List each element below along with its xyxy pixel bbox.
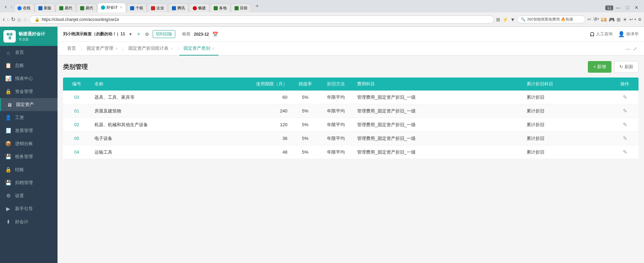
action-cell[interactable]: ✎ [611, 145, 639, 159]
tab-label: 新版 [44, 5, 51, 11]
sidebar-item-label: 税务管理 [15, 154, 33, 160]
browser-tab-8[interactable]: 腾讯 [168, 3, 189, 12]
grid-btn[interactable]: ⊞ [617, 17, 621, 22]
table-cell[interactable]: 05 [63, 132, 90, 145]
address-input-container[interactable]: 🔒 https://cloud.chanjet.com/accounting/u… [29, 15, 494, 24]
menu-btn[interactable]: ≡ [638, 16, 641, 23]
sidebar-item-more[interactable]: ⬇ 好会计 [0, 215, 58, 228]
reload-btn[interactable]: ↻ [11, 16, 15, 23]
bookmark-btn[interactable]: ☆ [23, 16, 27, 23]
dropdown-arrow[interactable]: ▼ [128, 32, 132, 37]
switch-version-btn[interactable]: 切到旧版 [153, 30, 175, 38]
browser-tab-10[interactable]: 各地 [210, 3, 230, 12]
table-cell: 36 [247, 132, 291, 145]
user-avatar[interactable]: 👤 徐泽华 [618, 31, 639, 37]
browser-tab-2[interactable]: 新版 [35, 3, 55, 12]
tab-depreciation-table[interactable]: 固定资产折旧统计表 × [124, 42, 177, 56]
forward-btn[interactable]: › [7, 16, 9, 23]
sidebar-item-purchase[interactable]: 📦 进销台账 [0, 137, 58, 150]
currency-btn[interactable]: 💴 [601, 17, 607, 22]
site-settings-btn[interactable]: ⊞ [496, 17, 500, 22]
table-cell: 60 [247, 91, 291, 104]
sidebar-item-reports[interactable]: 📊 报表中心 [0, 72, 58, 85]
col-header-method: 折旧方法 [319, 77, 353, 91]
browser-tab-6[interactable]: 个税 [126, 3, 147, 12]
col-header-code: 编号 [63, 77, 90, 91]
browser-tab-5-active[interactable]: 好会计 × [97, 3, 126, 12]
guide-icon: ▶ [5, 206, 12, 212]
search-box[interactable]: 🔍 360智能抠图免费用 🔥热搜 [517, 15, 585, 23]
calendar-icon[interactable]: 📅 [212, 32, 218, 37]
nav-back[interactable]: ‹ [3, 3, 9, 12]
browser-tab-1[interactable]: 在线 [14, 3, 34, 12]
sidebar-item-funds[interactable]: 🔒 资金管理 [0, 85, 58, 98]
table-cell[interactable]: 02 [63, 118, 90, 132]
minimize-btn[interactable]: — [613, 4, 623, 11]
new-tab-btn[interactable]: ＋ [252, 1, 263, 11]
tab-fixed-category-close[interactable]: × [212, 46, 214, 50]
tab-home[interactable]: 首页 [63, 42, 80, 56]
sidebar-item-salary[interactable]: 👤 工资 [0, 111, 58, 124]
logo-sub-text: 专业版 [18, 37, 45, 42]
action-cell[interactable]: ✎ [611, 118, 639, 132]
undo-btn[interactable]: ↩ • [629, 17, 636, 22]
tab-separator-3: | [177, 46, 179, 51]
table-cell: 累计折旧 [522, 104, 611, 118]
browser-tab-4[interactable]: 易代 [76, 3, 97, 12]
sidebar-item-tax[interactable]: 💾 税务管理 [0, 150, 58, 163]
service-btn[interactable]: 🎧 人工咨询 [590, 31, 613, 37]
tab-nav-expand[interactable]: ⤢ [632, 45, 639, 53]
settings-gear-icon[interactable]: ⚙ [145, 32, 149, 37]
sidebar-item-guide[interactable]: ▶ 新手引导 [0, 202, 58, 215]
header-right: 🎧 人工咨询 👤 徐泽华 [590, 31, 639, 37]
table-cell[interactable]: 04 [63, 145, 90, 159]
cut-btn[interactable]: ✂ [588, 17, 591, 22]
browser-tab-11[interactable]: 目前 [231, 3, 251, 12]
service-label: 人工咨询 [596, 31, 613, 37]
table-cell[interactable]: 03 [63, 91, 90, 104]
tab-label: 腾讯 [177, 5, 185, 11]
tab-fixed-category-label: 固定资产类别 [184, 45, 210, 51]
browser-tab-7[interactable]: 企业 [147, 3, 168, 12]
tab-nav-minimize[interactable]: — [624, 45, 632, 53]
sidebar-item-ledger[interactable]: 📋 总账 [0, 59, 58, 72]
main-content: 刘小艳演示账套（勿删勿动！）11 ▼ ＋ ⚙ 切到旧版 账期 2023-12 📅… [58, 27, 644, 263]
home-btn[interactable]: ⌂ [17, 16, 21, 23]
tab-depreciation-close[interactable]: × [171, 46, 173, 50]
page-tab-nav: 首页 | 固定资产管理 × | 固定资产折旧统计表 × | 固定资产类别 × —… [58, 42, 644, 56]
new-account-btn[interactable]: ＋ [136, 31, 141, 38]
sidebar-item-closing[interactable]: 🔒 结账 [0, 163, 58, 176]
table-cell[interactable]: 01 [63, 104, 90, 118]
user-name-label: 徐泽华 [626, 31, 639, 37]
action-cell[interactable]: ✎ [611, 91, 639, 104]
tab-fixed-category[interactable]: 固定资产类别 × [179, 42, 218, 56]
sidebar-item-archive[interactable]: 💾 归档管理 [0, 176, 58, 189]
browser-tab-3[interactable]: 易代 [55, 3, 76, 12]
nav-forward[interactable]: › [9, 3, 14, 12]
action-cell[interactable]: ✎ [611, 132, 639, 145]
extensions-btn[interactable]: ⚡ [502, 17, 508, 22]
tab-fixed-mgmt-close[interactable]: × [115, 46, 117, 50]
tab-label: 好会计 [106, 5, 118, 10]
table-cell: 年限平均 [319, 132, 353, 145]
col-header-expense: 费用科目 [353, 77, 522, 91]
action-cell[interactable]: ✎ [611, 104, 639, 118]
period-label: 账期 [182, 31, 190, 37]
sidebar-item-invoice[interactable]: 🧾 发票管理 [0, 124, 58, 137]
add-btn[interactable]: + 新增 [588, 61, 611, 73]
invoice-icon: 🧾 [5, 128, 12, 134]
refresh-btn[interactable]: ↻ 刷新 [614, 61, 639, 73]
maximize-btn[interactable]: □ [623, 4, 632, 11]
dropdown-btn[interactable]: ▼ [510, 17, 515, 22]
sidebar-item-label: 资金管理 [15, 88, 33, 95]
sidebar-item-fixed-assets[interactable]: 🖥 固定资产 [0, 98, 58, 111]
game-btn[interactable]: 🎮 [609, 17, 615, 22]
sidebar-item-home[interactable]: ⌂ 首页 [0, 46, 58, 59]
sidebar-item-settings[interactable]: ⚙ 设置 [0, 189, 58, 202]
sun-btn[interactable]: ☀ [623, 17, 627, 22]
close-btn[interactable]: ✕ [632, 4, 641, 11]
back-btn[interactable]: ‹ [3, 16, 5, 23]
tab-fixed-mgmt[interactable]: 固定资产管理 × [83, 42, 122, 56]
browser-tab-9[interactable]: 畅捷 [189, 3, 210, 12]
translate-btn[interactable]: 译• [593, 16, 599, 22]
